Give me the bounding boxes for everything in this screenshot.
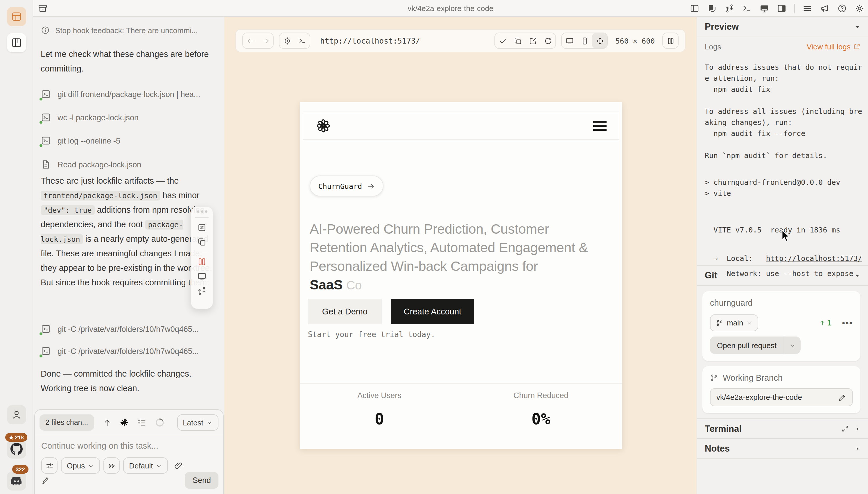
columns-toggle[interactable]	[662, 33, 678, 49]
file-read-item[interactable]: Read package-lock.json	[41, 159, 141, 170]
git-compare-icon[interactable]	[197, 286, 207, 296]
terminal-command-icon	[41, 346, 51, 356]
right-panel: Preview Logs View full logs To address i…	[697, 17, 868, 494]
app-root: ★21k 322 vk/4e2a-explore-the-code	[0, 0, 868, 494]
refresh-icon[interactable]	[540, 33, 556, 48]
split-view-icon[interactable]	[690, 3, 699, 13]
terminal-section-header[interactable]: Terminal	[697, 419, 868, 438]
edit-pencil-icon[interactable]	[839, 393, 847, 401]
mobile-view-icon[interactable]	[577, 33, 592, 48]
composer-divider	[35, 435, 223, 435]
push-up-icon[interactable]	[102, 418, 111, 427]
back-button[interactable]	[243, 33, 258, 48]
resize-view-icon[interactable]	[592, 33, 607, 48]
forward-button[interactable]	[258, 33, 273, 48]
changed-files-chip[interactable]: 2 files chan...	[40, 414, 94, 431]
terminal-icon[interactable]	[742, 3, 752, 13]
toolbar-divider	[195, 217, 209, 218]
monitor-icon[interactable]	[197, 271, 207, 281]
composer-status-row: 2 files chan... Latest	[40, 414, 218, 431]
attach-paperclip-icon[interactable]	[174, 461, 183, 470]
composer-settings-button[interactable]	[41, 457, 58, 474]
command-item[interactable]: git -C /private/var/folders/10/h7w0q465.…	[41, 324, 199, 334]
kanban-icon	[11, 37, 22, 48]
check-icon[interactable]	[495, 33, 510, 48]
brand-badge[interactable]: ChurnGuard	[310, 175, 383, 196]
scan-code-icon[interactable]	[197, 223, 207, 232]
get-demo-button[interactable]: Get a Demo	[308, 299, 382, 324]
success-dot	[39, 354, 43, 358]
model-selector[interactable]: Opus	[61, 457, 100, 474]
page-actions-group	[495, 33, 556, 49]
success-dot	[39, 144, 43, 148]
discord-button[interactable]	[7, 471, 26, 491]
message-input[interactable]: Continue working on this task...	[41, 441, 158, 451]
git-compare-icon[interactable]	[725, 3, 734, 13]
pull-request-dropdown[interactable]	[784, 337, 801, 354]
checklist-icon[interactable]	[137, 418, 146, 427]
local-url-link[interactable]: http://localhost:5173/	[766, 254, 862, 263]
command-item[interactable]: git -C /private/var/folders/10/h7w0q465.…	[41, 346, 199, 356]
working-branch-card: Working Branch vk/4e2a-explore-the-code	[703, 366, 861, 413]
notes-section-header[interactable]: Notes	[697, 439, 868, 458]
git-branch-icon	[716, 319, 723, 327]
git-branch-icon	[710, 374, 718, 382]
open-pull-request-button[interactable]: Open pull request	[710, 337, 784, 354]
desktop-view-icon[interactable]	[562, 33, 577, 48]
left-rail: ★21k 322	[0, 0, 33, 494]
hamburger-menu-icon[interactable]	[593, 118, 607, 133]
stats-divider	[300, 383, 622, 384]
view-full-logs-link[interactable]: View full logs	[807, 42, 861, 51]
console-icon[interactable]	[295, 33, 310, 48]
toolbar-divider	[195, 252, 209, 252]
chat-diff-icon[interactable]	[707, 3, 717, 13]
stat-active-users: Active Users 0	[321, 391, 437, 428]
url-field[interactable]: http://localhost:5173/	[320, 36, 420, 45]
kanban-board-button[interactable]	[7, 33, 26, 52]
terminal-command-icon	[41, 112, 51, 122]
branch-selector[interactable]: main	[710, 315, 758, 331]
expand-icon[interactable]	[841, 425, 849, 432]
git-section-header[interactable]: Git	[697, 266, 868, 285]
monitor-icon[interactable]	[760, 3, 769, 13]
settings-gear-icon[interactable]	[855, 3, 865, 13]
drag-handle[interactable]	[197, 210, 207, 213]
element-picker-icon[interactable]	[279, 33, 295, 48]
log-output: To address issues that do not requir e a…	[697, 56, 868, 281]
account-button[interactable]	[7, 405, 26, 424]
send-button[interactable]: Send	[185, 472, 218, 489]
chevron-down-icon	[747, 320, 752, 326]
working-branch-field[interactable]: vk/4e2a-explore-the-code	[710, 388, 853, 406]
toolbar-divider	[794, 4, 795, 13]
copy-icon[interactable]	[197, 237, 207, 247]
annotate-pen-icon[interactable]	[41, 475, 51, 485]
right-sidebar-icon[interactable]	[777, 3, 787, 13]
github-button[interactable]	[7, 439, 26, 459]
fast-forward-button[interactable]	[103, 457, 120, 474]
copy-icon[interactable]	[510, 33, 526, 48]
flower-logo-icon	[315, 118, 331, 134]
arrow-right-icon	[367, 182, 375, 190]
command-item[interactable]: git diff frontend/package-lock.json | he…	[41, 89, 200, 99]
working-branch-label: Working Branch	[723, 373, 783, 382]
mode-selector[interactable]: Default	[123, 457, 168, 474]
mouse-cursor	[780, 229, 792, 243]
open-external-icon[interactable]	[526, 33, 540, 48]
version-selector[interactable]: Latest	[177, 414, 218, 431]
command-item[interactable]: wc -l package-lock.json	[41, 112, 139, 122]
code-chip: "dev": true	[41, 205, 95, 215]
more-options-icon[interactable]: •••	[842, 318, 853, 328]
menu-icon[interactable]	[802, 3, 812, 13]
create-account-button[interactable]: Create Account	[391, 299, 474, 324]
github-icon	[11, 443, 23, 455]
preview-section-header[interactable]: Preview	[697, 17, 868, 37]
workspace-tab-button[interactable]	[7, 7, 26, 26]
spark-icon[interactable]	[119, 418, 129, 427]
help-icon[interactable]	[837, 3, 847, 13]
caret-down-icon	[854, 23, 861, 30]
hook-feedback-banner[interactable]: Stop hook feedback: There are uncommi...	[41, 25, 198, 35]
split-columns-icon-active[interactable]	[197, 257, 207, 267]
megaphone-icon[interactable]	[820, 3, 830, 13]
commits-ahead[interactable]: 1	[818, 319, 831, 327]
command-item[interactable]: git log --oneline -5	[41, 135, 120, 146]
